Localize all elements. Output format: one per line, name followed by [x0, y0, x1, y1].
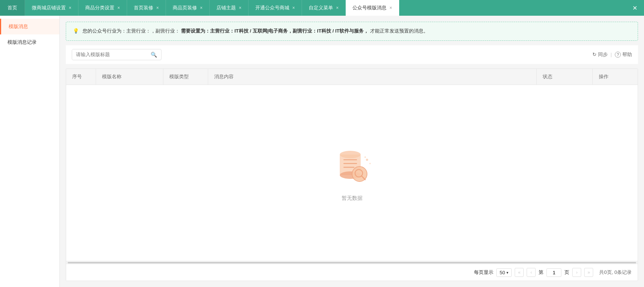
search-toolbar: 🔍 ↻ 同步 | ? 帮助 — [66, 45, 638, 64]
help-button[interactable]: ? 帮助 — [615, 51, 632, 58]
tab-product-decor[interactable]: 商品页装修 × — [166, 0, 210, 16]
page-size-label: 每页显示 — [474, 269, 493, 276]
sidebar-item-template-msg[interactable]: 模版消息 — [0, 19, 59, 34]
horizontal-scrollbar[interactable] — [66, 261, 638, 264]
th-index: 序号 — [66, 69, 96, 85]
tab-bar: 首页 微商城店铺设置 × 商品分类设置 × 首页装修 × 商品页装修 × 店铺主… — [0, 0, 644, 16]
tab-category-setting[interactable]: 商品分类设置 × — [78, 0, 127, 16]
sidebar-item-template-msg-label: 模版消息 — [9, 24, 28, 29]
pagination: 每页显示 50 ▾ « ‹ 第 页 › — [66, 264, 638, 281]
th-action: 操作 — [593, 69, 638, 85]
tab-template-msg-label: 公众号模版消息 — [352, 4, 386, 11]
th-name: 模版名称 — [96, 69, 163, 85]
notice-highlight: 需要设置为：主营行业：IT科技 / 互联网|电子商务，副营行业：IT科技 / I… — [181, 28, 369, 34]
content-area: 💡 您的公众号行业为：主营行业：，副营行业： 需要设置为：主营行业：IT科技 /… — [60, 16, 644, 287]
main-layout: 模版消息 模版消息记录 💡 您的公众号行业为：主营行业：，副营行业： 需要设置为… — [0, 16, 644, 287]
total-info: 共0页, 0条记录 — [599, 269, 632, 276]
sidebar-item-template-msg-log[interactable]: 模版消息记录 — [0, 34, 59, 50]
sync-label: 同步 — [598, 51, 608, 58]
notice-suffix: 才能正常发送预置的消息。 — [370, 28, 428, 34]
table-container: 序号 模版名称 模版类型 消息内容 状态 操作 — [66, 68, 638, 281]
tab-custom-menu[interactable]: 自定义菜单 × — [302, 0, 346, 16]
sidebar: 模版消息 模版消息记录 — [0, 16, 60, 287]
th-type: 模版类型 — [163, 69, 208, 85]
tab-category-setting-label: 商品分类设置 — [85, 4, 114, 11]
tab-shop-setting[interactable]: 微商城店铺设置 × — [25, 0, 78, 16]
page-size-value: 50 — [500, 270, 505, 275]
page-size-select[interactable]: 50 ▾ — [496, 268, 512, 277]
prev-page-button[interactable]: ‹ — [527, 268, 536, 277]
close-template-msg-icon[interactable]: × — [389, 5, 392, 10]
svg-point-9 — [366, 159, 368, 161]
svg-point-10 — [369, 163, 371, 164]
sidebar-item-template-msg-log-label: 模版消息记录 — [7, 39, 37, 45]
close-open-mall-icon[interactable]: × — [292, 5, 295, 10]
tab-shop-theme[interactable]: 店铺主题 × — [210, 0, 249, 16]
tab-open-mall-label: 开通公众号商城 — [255, 4, 289, 11]
search-button[interactable]: 🔍 — [147, 49, 161, 60]
tab-home[interactable]: 首页 — [0, 0, 25, 16]
next-page-button[interactable]: › — [572, 268, 581, 277]
close-category-setting-icon[interactable]: × — [117, 5, 120, 10]
empty-illustration — [330, 144, 375, 189]
tab-shop-theme-label: 店铺主题 — [216, 4, 236, 11]
close-custom-menu-icon[interactable]: × — [336, 5, 339, 10]
close-home-decor-icon[interactable]: × — [156, 5, 159, 10]
toolbar-divider: | — [611, 52, 612, 57]
page-number-input[interactable] — [546, 268, 561, 277]
notice-icon: 💡 — [73, 28, 79, 34]
page-size-chevron-icon: ▾ — [506, 271, 508, 275]
toolbar-right: ↻ 同步 | ? 帮助 — [592, 51, 632, 58]
prev-page-icon: ‹ — [530, 270, 532, 275]
tab-product-decor-label: 商品页装修 — [173, 4, 197, 11]
first-page-icon: « — [518, 270, 521, 275]
close-shop-setting-icon[interactable]: × — [69, 5, 71, 10]
help-label: 帮助 — [622, 51, 632, 58]
tab-template-msg[interactable]: 公众号模版消息 × — [346, 0, 399, 16]
window-close-button[interactable]: ✕ — [625, 0, 644, 16]
last-page-button[interactable]: » — [584, 268, 593, 277]
search-input[interactable] — [72, 49, 147, 59]
first-page-button[interactable]: « — [515, 268, 524, 277]
empty-state: 暂无数据 — [66, 85, 638, 261]
sync-icon: ↻ — [592, 52, 597, 57]
last-page-icon: » — [588, 270, 590, 275]
tab-open-mall[interactable]: 开通公众号商城 × — [249, 0, 302, 16]
table-header: 序号 模版名称 模版类型 消息内容 状态 操作 — [66, 69, 638, 85]
close-shop-theme-icon[interactable]: × — [239, 5, 241, 10]
svg-point-11 — [364, 156, 366, 158]
tab-custom-menu-label: 自定义菜单 — [309, 4, 333, 11]
next-page-icon: › — [576, 270, 577, 275]
th-status: 状态 — [537, 69, 593, 85]
tab-shop-setting-label: 微商城店铺设置 — [32, 4, 66, 11]
notice-banner: 💡 您的公众号行业为：主营行业：，副营行业： 需要设置为：主营行业：IT科技 /… — [66, 22, 638, 41]
notice-prefix: 您的公众号行业为：主营行业：，副营行业： — [83, 28, 180, 34]
tab-home-label: 首页 — [7, 4, 17, 11]
sync-button[interactable]: ↻ 同步 — [592, 51, 608, 58]
page-prefix: 第 — [539, 269, 543, 276]
help-icon: ? — [615, 52, 621, 58]
th-content: 消息内容 — [208, 69, 537, 85]
scroll-thumb — [68, 262, 636, 263]
close-product-decor-icon[interactable]: × — [200, 5, 203, 10]
empty-text: 暂无数据 — [342, 195, 363, 202]
page-unit: 页 — [564, 269, 569, 276]
tab-home-decor-label: 首页装修 — [134, 4, 153, 11]
tab-home-decor[interactable]: 首页装修 × — [127, 0, 166, 16]
search-input-wrap: 🔍 — [72, 49, 161, 60]
